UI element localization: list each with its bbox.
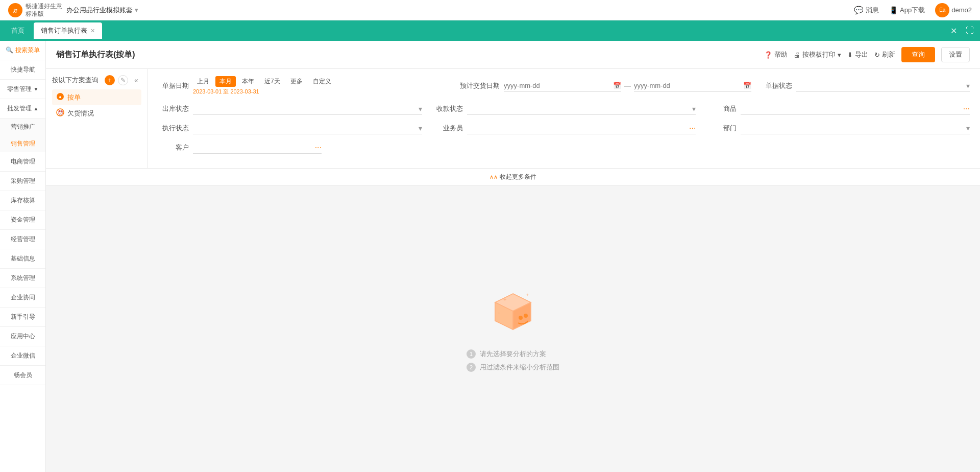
step-1-num: 1 — [467, 349, 476, 359]
logo-text: 畅捷通好生意 标准版 — [26, 3, 62, 17]
salesperson-input[interactable] — [467, 122, 685, 134]
filter-dept-field: 部门 ▾ — [706, 122, 970, 134]
refresh-action[interactable]: ↻ 刷新 — [874, 50, 895, 59]
filter-scheme-header: 按以下方案查询 + ✎ « — [52, 75, 141, 85]
calendar-from-icon[interactable]: 📅 — [613, 82, 621, 89]
filter-out-status-field: 出库状态 ▾ — [158, 103, 422, 115]
sidebar-item-app-center[interactable]: 应用中心 — [0, 327, 45, 346]
sidebar-item-inventory[interactable]: 库存核算 — [0, 191, 45, 210]
sidebar-item-marketing[interactable]: 营销推广 — [0, 119, 45, 135]
bill-status-input[interactable] — [796, 80, 964, 91]
export-icon: ⬇ — [847, 51, 853, 59]
bill-status-arrow-icon[interactable]: ▾ — [966, 82, 970, 90]
btn-last-month[interactable]: 上月 — [193, 76, 213, 87]
filter-bill-status-field: 单据状态 ▾ — [762, 80, 970, 92]
main-layout: 🔍 搜索菜单 快捷导航 零售管理 ▼ 批发管理 ▲ 营销推广 销售管理 电商管理… — [0, 41, 980, 472]
edit-scheme-btn[interactable]: ✎ — [118, 75, 128, 85]
sidebar-item-basic[interactable]: 基础信息 — [0, 249, 45, 269]
out-status-arrow-icon[interactable]: ▾ — [419, 105, 422, 113]
filter-row-2: 出库状态 ▾ 收款状态 ▾ 商品 — [158, 103, 970, 115]
breadcrumb[interactable]: 办公用品行业模拟账套 ▾ — [66, 6, 138, 15]
sidebar-item-enterprise[interactable]: 企业协同 — [0, 288, 45, 308]
filter-row-1: 单据日期 上月 本月 本年 近7天 更多 自定义 2023-03-01 至 20… — [158, 76, 970, 96]
filter-goods-field: 商品 ··· — [706, 103, 970, 115]
query-button[interactable]: 查询 — [901, 47, 935, 62]
bill-status-select-wrap: ▾ — [796, 80, 970, 92]
btn-more[interactable]: 更多 — [286, 76, 307, 87]
dept-input[interactable] — [741, 122, 964, 134]
goods-input[interactable] — [741, 103, 959, 114]
avatar: Ea — [935, 3, 949, 17]
scheme-press[interactable]: ● 按单 — [52, 89, 141, 105]
empty-state: ✦ ✦ ✦ 1 请先选择要分析的方案 2 用过滤条件来缩小分析范围 — [46, 186, 980, 472]
receipt-status-wrap: ▾ — [467, 103, 696, 115]
sidebar-item-operation[interactable]: 经营管理 — [0, 230, 45, 249]
sidebar-item-wholesale[interactable]: 批发管理 ▲ — [0, 99, 45, 119]
sidebar-item-newbie[interactable]: 新手引导 — [0, 308, 45, 327]
forecast-date-from-input[interactable] — [504, 80, 611, 91]
help-icon: ❓ — [764, 51, 772, 59]
svg-text:✦: ✦ — [526, 293, 529, 297]
tab-close-window-btn[interactable]: ✕ — [947, 25, 960, 37]
filter-panel: 按以下方案查询 + ✎ « ● 按单 — [46, 69, 980, 169]
exec-status-input[interactable] — [193, 122, 416, 134]
sidebar-sub-marketing: 营销推广 销售管理 — [0, 119, 45, 152]
sidebar-item-sales[interactable]: 销售管理 — [0, 135, 45, 152]
btn-7days[interactable]: 近7天 — [260, 76, 284, 87]
app-download-action[interactable]: 📱 App下载 — [889, 6, 925, 15]
forecast-date-from: 📅 — [504, 80, 621, 92]
template-print-action[interactable]: 🖨 按模板打印 ▾ — [794, 50, 841, 59]
empty-step-2: 2 用过滤条件来缩小分析范围 — [467, 363, 559, 372]
filter-forecast-date-field: 预计交货日期 📅 — 📅 — [460, 80, 751, 92]
salesperson-more-icon[interactable]: ··· — [689, 124, 696, 133]
scheme-debt[interactable]: ⏰ 欠货情况 — [52, 105, 141, 121]
sidebar-item-retail[interactable]: 零售管理 ▼ — [0, 80, 45, 99]
filter-row-4: 客户 ··· — [158, 141, 970, 154]
sidebar: 🔍 搜索菜单 快捷导航 零售管理 ▼ 批发管理 ▲ 营销推广 销售管理 电商管理… — [0, 41, 46, 472]
sidebar-item-member[interactable]: 畅会员 — [0, 366, 45, 385]
btn-this-year[interactable]: 本年 — [238, 76, 258, 87]
sidebar-item-finance[interactable]: 资金管理 — [0, 210, 45, 230]
filter-conditions: 单据日期 上月 本月 本年 近7天 更多 自定义 2023-03-01 至 20… — [148, 69, 980, 168]
user-action[interactable]: Ea demo2 — [935, 3, 972, 17]
export-action[interactable]: ⬇ 导出 — [847, 50, 868, 59]
customer-input[interactable] — [193, 141, 311, 153]
tab-expand-btn[interactable]: ⛶ — [964, 25, 976, 37]
out-status-input[interactable] — [193, 103, 416, 114]
forecast-date-to-input[interactable] — [634, 80, 741, 91]
message-action[interactable]: 💬 消息 — [854, 6, 879, 15]
svg-text:✦: ✦ — [498, 312, 500, 315]
add-scheme-btn[interactable]: + — [105, 75, 115, 85]
tab-close-icon[interactable]: ✕ — [90, 28, 95, 34]
exec-status-arrow-icon[interactable]: ▾ — [419, 124, 422, 132]
setting-button[interactable]: 设置 — [941, 47, 970, 62]
top-header: 好 畅捷通好生意 标准版 办公用品行业模拟账套 ▾ 💬 消息 📱 App下载 E… — [0, 0, 980, 20]
page-header-actions: ❓ 帮助 🖨 按模板打印 ▾ ⬇ 导出 ↻ 刷新 查询 设置 — [764, 47, 970, 68]
sidebar-item-wechat[interactable]: 企业微信 — [0, 346, 45, 366]
tab-home[interactable]: 首页 — [4, 22, 32, 39]
forecast-date-to: 📅 — [634, 80, 751, 92]
filter-salesperson-field: 业务员 ··· — [432, 122, 696, 134]
header-left: 好 畅捷通好生意 标准版 办公用品行业模拟账套 ▾ — [8, 3, 138, 17]
collapse-bar[interactable]: ∧∧ 收起更多条件 — [46, 169, 980, 186]
btn-custom[interactable]: 自定义 — [309, 76, 335, 87]
sidebar-item-ecommerce[interactable]: 电商管理 — [0, 152, 45, 172]
print-icon: 🖨 — [794, 51, 800, 59]
btn-this-month[interactable]: 本月 — [215, 76, 236, 87]
customer-more-icon[interactable]: ··· — [315, 143, 322, 152]
date-area: 上月 本月 本年 近7天 更多 自定义 2023-03-01 至 2023-03… — [193, 76, 450, 96]
help-action[interactable]: ❓ 帮助 — [764, 50, 788, 59]
receipt-status-arrow-icon[interactable]: ▾ — [692, 105, 696, 113]
sidebar-item-purchase[interactable]: 采购管理 — [0, 172, 45, 191]
collapse-scheme-btn[interactable]: « — [131, 75, 141, 85]
forecast-date-range: 📅 — 📅 — [504, 80, 751, 92]
calendar-to-icon[interactable]: 📅 — [743, 82, 751, 89]
tab-sales-order[interactable]: 销售订单执行表 ✕ — [34, 22, 102, 39]
goods-more-icon[interactable]: ··· — [963, 104, 970, 113]
sidebar-search[interactable]: 🔍 搜索菜单 — [0, 41, 45, 60]
sidebar-quick-nav[interactable]: 快捷导航 — [0, 60, 45, 80]
dept-arrow-icon[interactable]: ▾ — [966, 124, 970, 132]
receipt-status-input[interactable] — [467, 103, 691, 114]
sidebar-item-system[interactable]: 系统管理 — [0, 269, 45, 288]
print-arrow-icon: ▾ — [838, 51, 841, 59]
